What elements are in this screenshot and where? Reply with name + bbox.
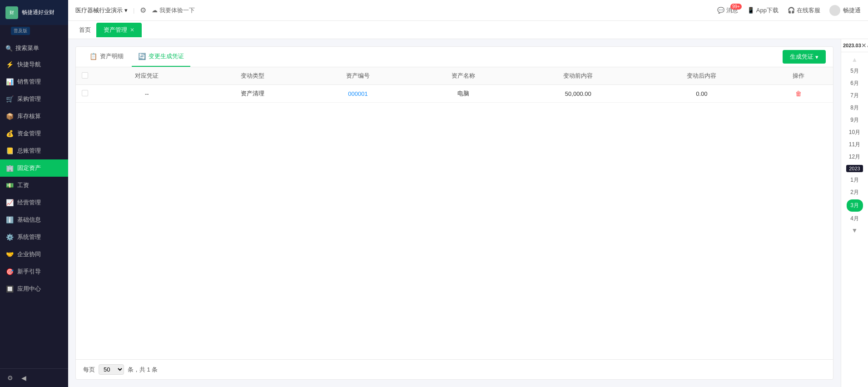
timeline-month[interactable]: 7月 bbox=[847, 89, 862, 102]
timeline-month[interactable]: 3月 bbox=[847, 199, 863, 212]
nav-icon-ledger: 📒 bbox=[5, 147, 14, 155]
company-selector[interactable]: 医疗器械行业演示 ▾ bbox=[75, 6, 128, 15]
dropdown-icon: ▾ bbox=[815, 54, 818, 60]
sidebar-item-apps[interactable]: 🔲应用中心 bbox=[0, 280, 68, 298]
timeline-down-button[interactable]: ▼ bbox=[850, 225, 860, 236]
company-name: 医疗器械行业演示 bbox=[75, 6, 123, 15]
select-all-checkbox[interactable] bbox=[82, 72, 88, 79]
collapse-icon[interactable]: ◀ bbox=[19, 373, 28, 382]
table-footer: 每页 50 10 20 100 条，共 1 条 bbox=[76, 359, 833, 379]
user-name: 畅捷通 bbox=[843, 6, 861, 15]
user-avatar bbox=[829, 5, 840, 16]
search-menu[interactable]: 🔍 搜索菜单 bbox=[0, 40, 68, 56]
tab-label: 资产管理 bbox=[104, 26, 127, 34]
timeline-month[interactable]: 6月 bbox=[847, 77, 862, 89]
online-service-button[interactable]: 🎧 在线客服 bbox=[788, 6, 820, 15]
home-tab-label: 首页 bbox=[79, 26, 91, 33]
topbar-right: 💬 消息 99+ 📱 App下载 🎧 在线客服 畅捷通 bbox=[717, 5, 861, 16]
right-panel-header: 2023.03 ✕ ⤢ bbox=[841, 39, 868, 52]
sidebar-item-enterprise[interactable]: 🤝企业协同 bbox=[0, 246, 68, 263]
topbar: 医疗器械行业演示 ▾ | ⚙ ☁ 我要体验一下 💬 消息 99+ 📱 App下载… bbox=[68, 0, 868, 21]
detail-icon: 📋 bbox=[89, 53, 97, 60]
nav-label-funds: 资金管理 bbox=[17, 129, 41, 138]
th-before-change: 变动前内容 bbox=[516, 67, 640, 85]
tab-asset-management[interactable]: 资产管理 ✕ bbox=[96, 23, 142, 37]
sidebar-item-guide[interactable]: 🎯新手引导 bbox=[0, 263, 68, 280]
timeline-up-button[interactable]: ▲ bbox=[850, 54, 860, 65]
content-main: 📋 资产明细 🔄 变更生成凭证 生成凭证 ▾ bbox=[68, 39, 841, 387]
sub-tab-change-voucher[interactable]: 🔄 变更生成凭证 bbox=[132, 47, 190, 67]
delete-row-button[interactable]: 🗑 bbox=[795, 90, 802, 97]
th-asset-name: 资产名称 bbox=[411, 67, 516, 85]
th-asset-code: 资产编号 bbox=[305, 67, 411, 85]
nav-icon-sales: 📊 bbox=[5, 78, 14, 86]
timeline-month[interactable]: 10月 bbox=[847, 126, 862, 139]
nav-icon-purchase: 🛒 bbox=[5, 95, 14, 103]
tab-close-icon[interactable]: ✕ bbox=[130, 27, 134, 33]
sidebar-item-funds[interactable]: 💰资金管理 bbox=[0, 125, 68, 142]
timeline-month[interactable]: 1月 bbox=[847, 174, 863, 186]
row-checkbox[interactable] bbox=[82, 90, 88, 96]
sub-tab-asset-detail[interactable]: 📋 资产明细 bbox=[83, 47, 130, 67]
months-after: 1月2月3月4月 bbox=[847, 174, 863, 225]
timeline-month[interactable]: 4月 bbox=[847, 213, 863, 225]
sidebar-item-quick-nav[interactable]: ⚡快捷导航 bbox=[0, 56, 68, 73]
sidebar-item-inventory[interactable]: 📦库存核算 bbox=[0, 108, 68, 125]
user-menu[interactable]: 畅捷通 bbox=[829, 5, 861, 16]
nav-label-guide: 新手引导 bbox=[17, 268, 41, 276]
nav-icon-system: ⚙️ bbox=[5, 233, 14, 241]
per-page-select[interactable]: 50 10 20 100 bbox=[99, 364, 124, 375]
nav-icon-basic-info: ℹ️ bbox=[5, 216, 14, 224]
sidebar-item-basic-info[interactable]: ℹ️基础信息 bbox=[0, 211, 68, 228]
content-area: 📋 资产明细 🔄 变更生成凭证 生成凭证 ▾ bbox=[68, 39, 868, 387]
tabs-bar: 首页 资产管理 ✕ bbox=[68, 21, 868, 39]
sidebar-item-sales[interactable]: 📊销售管理 bbox=[0, 73, 68, 90]
table-header-row: 对应凭证 变动类型 资产编号 资产名称 变动前内容 变动后内容 操作 bbox=[76, 67, 833, 85]
sidebar-item-payroll[interactable]: 💵工资 bbox=[0, 177, 68, 194]
timeline-month[interactable]: 8月 bbox=[847, 102, 862, 114]
nav-icon-quick-nav: ⚡ bbox=[5, 60, 14, 69]
row-before-change: 50,000.00 bbox=[516, 85, 640, 103]
panel-close-button[interactable]: ✕ bbox=[861, 42, 867, 49]
row-asset-name: 电脑 bbox=[411, 85, 516, 103]
year-divider: 2023 bbox=[846, 165, 863, 172]
table-row: -- 资产清理 000001 电脑 50,000.00 0.00 🗑 bbox=[76, 85, 833, 103]
sidebar-item-purchase[interactable]: 🛒采购管理 bbox=[0, 90, 68, 108]
feedback-button[interactable]: ☁ 我要体验一下 bbox=[152, 6, 195, 15]
main-area: 医疗器械行业演示 ▾ | ⚙ ☁ 我要体验一下 💬 消息 99+ 📱 App下载… bbox=[68, 0, 868, 387]
nav-label-inventory: 库存核算 bbox=[17, 112, 41, 120]
row-voucher: -- bbox=[94, 85, 199, 103]
cloud-icon: ☁ bbox=[152, 7, 158, 14]
months-before: 5月6月7月8月9月10月11月12月 bbox=[847, 65, 862, 163]
sidebar-item-ledger[interactable]: 📒总账管理 bbox=[0, 142, 68, 159]
nav-label-fixed-assets: 固定资产 bbox=[17, 164, 41, 172]
phone-icon: 📱 bbox=[747, 7, 754, 14]
sidebar-item-operations[interactable]: 📈经营管理 bbox=[0, 194, 68, 211]
nav-label-payroll: 工资 bbox=[17, 181, 29, 189]
tab-home[interactable]: 首页 bbox=[75, 26, 94, 34]
notifications-button[interactable]: 💬 消息 99+ bbox=[717, 6, 738, 15]
timeline-month[interactable]: 5月 bbox=[847, 65, 862, 77]
th-change-type: 变动类型 bbox=[199, 67, 305, 85]
timeline-month[interactable]: 11月 bbox=[847, 139, 862, 151]
notifications-badge: 99+ bbox=[730, 4, 742, 10]
sidebar-item-fixed-assets[interactable]: 🏢固定资产 bbox=[0, 159, 68, 177]
current-period-label: 2023.03 bbox=[843, 43, 861, 48]
nav-label-apps: 应用中心 bbox=[17, 285, 41, 293]
edition-badge: 普及版 bbox=[11, 27, 30, 35]
sidebar-item-system[interactable]: ⚙️系统管理 bbox=[0, 228, 68, 246]
row-action: 🗑 bbox=[764, 85, 833, 103]
sub-tab-asset-detail-label: 资产明细 bbox=[100, 52, 124, 60]
nav-label-ledger: 总账管理 bbox=[17, 147, 41, 155]
settings-icon[interactable]: ⚙ bbox=[5, 373, 15, 382]
nav-icon-operations: 📈 bbox=[5, 198, 14, 207]
per-page-label: 每页 bbox=[83, 366, 95, 374]
nav-label-system: 系统管理 bbox=[17, 233, 41, 241]
generate-voucher-button[interactable]: 生成凭证 ▾ bbox=[783, 50, 826, 64]
settings-gear-icon[interactable]: ⚙ bbox=[140, 6, 146, 15]
th-action: 操作 bbox=[764, 67, 833, 85]
app-download-button[interactable]: 📱 App下载 bbox=[747, 6, 779, 15]
timeline-month[interactable]: 12月 bbox=[847, 151, 862, 163]
timeline-month[interactable]: 9月 bbox=[847, 114, 862, 126]
timeline-month[interactable]: 2月 bbox=[847, 186, 863, 198]
